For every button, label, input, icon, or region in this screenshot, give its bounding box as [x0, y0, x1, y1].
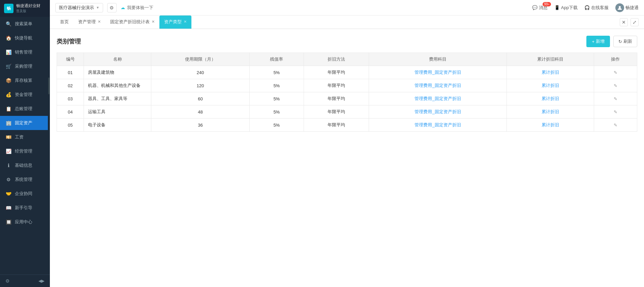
col-header-accum-subject: 累计折旧科目 — [507, 53, 594, 66]
cell-action[interactable]: ✎ — [594, 92, 637, 105]
nav-label: 企业协同 — [15, 191, 32, 197]
cell-method: 年限平均 — [304, 66, 369, 79]
cell-id: 05 — [57, 119, 84, 132]
nav-label: 应用中心 — [15, 219, 32, 225]
cell-residual: 5% — [249, 105, 304, 119]
cell-period: 240 — [151, 66, 250, 79]
sidebar-item-资金管理[interactable]: 💰 资金管理 — [0, 88, 48, 102]
sidebar-item-总账管理[interactable]: 📋 总账管理 — [0, 102, 48, 116]
message-button[interactable]: 💬 消息 99+ — [532, 5, 548, 11]
cell-method: 年限平均 — [304, 79, 369, 92]
sidebar-collapse-icon[interactable]: ◀▶ — [38, 279, 44, 283]
sidebar-item-应用中心[interactable]: 🔲 应用中心 — [0, 215, 48, 229]
nav-icon: 🏠 — [5, 35, 11, 41]
customer-service-icon: 🎧 — [584, 5, 590, 10]
tab-home[interactable]: 首页 — [55, 15, 73, 29]
tab-asset-management-close[interactable]: ✕ — [98, 20, 101, 24]
nav-label: 新手引导 — [15, 205, 32, 211]
table-row: 04 运输工具 48 5% 年限平均 管理费用_固定资产折旧 累计折旧 ✎ — [57, 105, 637, 119]
app-logo-icon: 畅 — [4, 4, 13, 13]
nav-label: 基础信息 — [15, 162, 32, 168]
cell-accum-subject: 累计折旧 — [507, 119, 594, 132]
col-header-residual: 残值率 — [249, 53, 304, 66]
topbar-settings-icon[interactable]: ⚙ — [107, 3, 117, 12]
app-selector[interactable]: 医疗器械行业演示 ▼ — [55, 3, 103, 12]
nav-icon: 📖 — [5, 205, 11, 211]
col-header-id: 编号 — [57, 53, 84, 66]
cell-name: 运输工具 — [84, 105, 151, 119]
sidebar-item-快捷导航[interactable]: 🏠 快捷导航 — [0, 31, 48, 45]
tab-asset-management[interactable]: 资产管理 ✕ — [73, 15, 105, 29]
nav-label: 销售管理 — [15, 49, 32, 55]
sidebar-item-工资[interactable]: 💴 工资 — [0, 130, 48, 144]
customer-service-label: 在线客服 — [591, 5, 609, 11]
edit-icon[interactable]: ✎ — [614, 70, 617, 75]
cell-id: 01 — [57, 66, 84, 79]
nav-label: 库存核算 — [15, 77, 32, 84]
app-download-label: App下载 — [561, 5, 578, 11]
nav-icon: 🔲 — [5, 219, 11, 225]
app-download-button[interactable]: 📱 App下载 — [554, 5, 578, 11]
main-area: 医疗器械行业演示 ▼ ⚙ ☁ 我要体验一下 💬 消息 99+ 📱 App下载 🎧… — [50, 0, 644, 287]
message-badge: 99+ — [543, 2, 551, 6]
col-header-name: 名称 — [84, 53, 151, 66]
tab-asset-type-label: 资产类型 — [164, 19, 182, 25]
cell-accum-subject: 累计折旧 — [507, 66, 594, 79]
cell-residual: 5% — [249, 119, 304, 132]
cell-action[interactable]: ✎ — [594, 105, 637, 119]
sidebar-item-系统管理[interactable]: ⚙ 系统管理 — [0, 172, 48, 187]
user-profile[interactable]: 畅捷通 — [615, 3, 639, 12]
maximize-window-button[interactable]: ⤢ — [631, 18, 639, 26]
topbar-experience[interactable]: ☁ 我要体验一下 — [121, 5, 153, 11]
cell-cost-subject: 管理费用_固定资产折旧 — [369, 119, 507, 132]
nav-icon: 🏢 — [5, 120, 11, 126]
nav-icon: 📦 — [5, 77, 11, 84]
category-table: 编号 名称 使用期限（月） 残值率 折旧方法 费用科目 累计折旧科目 操作 01… — [57, 53, 637, 132]
sidebar-item-采购管理[interactable]: 🛒 采购管理 — [0, 59, 48, 73]
cell-residual: 5% — [249, 66, 304, 79]
cell-action[interactable]: ✎ — [594, 79, 637, 92]
cell-period: 48 — [151, 105, 250, 119]
tab-depreciation-report[interactable]: 固定资产折旧统计表 ✕ — [105, 15, 159, 29]
nav-label: 搜索菜单 — [15, 21, 32, 27]
refresh-button[interactable]: ↻ 刷新 — [613, 36, 637, 47]
edit-icon[interactable]: ✎ — [614, 123, 617, 128]
nav-label: 总账管理 — [15, 106, 32, 112]
chevron-down-icon: ▼ — [96, 6, 99, 9]
cell-action[interactable]: ✎ — [594, 66, 637, 79]
close-window-button[interactable]: ✕ — [620, 18, 628, 26]
sidebar-item-基础信息[interactable]: ℹ 基础信息 — [0, 158, 48, 172]
tab-depreciation-report-close[interactable]: ✕ — [152, 20, 155, 24]
cell-cost-subject: 管理费用_固定资产折旧 — [369, 66, 507, 79]
nav-label: 资金管理 — [15, 92, 32, 98]
tab-asset-type[interactable]: 资产类型 ✕ — [159, 15, 191, 29]
cell-residual: 5% — [249, 79, 304, 92]
topbar-right: 💬 消息 99+ 📱 App下载 🎧 在线客服 畅捷通 — [532, 3, 639, 12]
sidebar-item-库存核算[interactable]: 📦 库存核算 — [0, 73, 48, 88]
customer-service-button[interactable]: 🎧 在线客服 — [584, 5, 609, 11]
cell-action[interactable]: ✎ — [594, 119, 637, 132]
message-icon: 💬 — [532, 5, 538, 10]
table-row: 01 房屋及建筑物 240 5% 年限平均 管理费用_固定资产折旧 累计折旧 ✎ — [57, 66, 637, 79]
window-controls: ✕ ⤢ — [620, 18, 639, 26]
cell-method: 年限平均 — [304, 105, 369, 119]
app-selector-label: 医疗器械行业演示 — [59, 5, 94, 11]
tab-asset-type-close[interactable]: ✕ — [184, 20, 187, 24]
col-header-method: 折旧方法 — [304, 53, 369, 66]
sidebar-item-企业协同[interactable]: 🤝 企业协同 — [0, 187, 48, 201]
app-name: 畅捷通好业财 — [16, 3, 40, 9]
sidebar-item-销售管理[interactable]: 📊 销售管理 — [0, 45, 48, 59]
tab-home-label: 首页 — [60, 19, 69, 25]
sidebar-settings-icon[interactable]: ⚙ — [5, 278, 10, 284]
edit-icon[interactable]: ✎ — [614, 109, 617, 115]
edit-icon[interactable]: ✎ — [614, 83, 617, 88]
add-button[interactable]: + 新增 — [586, 36, 610, 47]
cell-name: 机器、机械和其他生产设备 — [84, 79, 151, 92]
sidebar-item-经营管理[interactable]: 📈 经营管理 — [0, 144, 48, 158]
sidebar-item-搜索菜单[interactable]: 🔍 搜索菜单 — [0, 17, 48, 31]
edit-icon[interactable]: ✎ — [614, 96, 617, 101]
col-header-period: 使用期限（月） — [151, 53, 250, 66]
nav-icon: 🔍 — [5, 21, 11, 27]
sidebar-item-新手引导[interactable]: 📖 新手引导 — [0, 201, 48, 215]
sidebar-item-固定资产[interactable]: 🏢 固定资产 — [0, 116, 48, 130]
